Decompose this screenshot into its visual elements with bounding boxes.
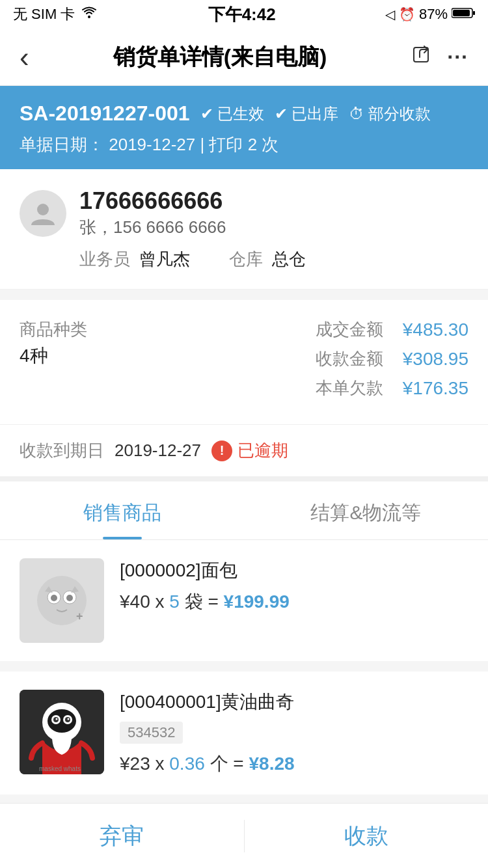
salesperson-info: 业务员 曾凡杰 — [79, 248, 190, 271]
product-thumb-cookie: masked whats — [20, 690, 104, 774]
svg-text:masked whats: masked whats — [39, 765, 81, 772]
product-price-bread: ¥40 x 5 袋 = ¥199.99 — [120, 590, 468, 614]
status-active: ✔ 已生效 — [200, 103, 264, 124]
due-date-value: 2019-12-27 — [115, 441, 201, 461]
customer-name: 张，156 6666 6666 — [79, 216, 226, 239]
battery-percentage: 87% — [419, 6, 448, 23]
confirm-button[interactable]: 收款 — [245, 808, 489, 864]
overdue-badge: ! 已逾期 — [211, 439, 288, 462]
deal-amount-value: ¥485.30 — [403, 319, 468, 340]
order-header: SA-20191227-001 ✔ 已生效 ✔ 已出库 ⏱ 部分收款 单据日期：… — [0, 86, 488, 169]
svg-point-20 — [68, 718, 70, 720]
received-amount-label: 收款金额 — [316, 347, 383, 370]
svg-point-5 — [37, 204, 49, 215]
back-button[interactable]: ‹ — [20, 41, 29, 74]
share-icon[interactable] — [411, 44, 431, 70]
page-title: 销货单详情(来自电脑) — [113, 42, 327, 72]
status-out: ✔ 已出库 — [275, 103, 338, 124]
battery-icon — [452, 6, 475, 23]
order-date-row: 单据日期： 2019-12-27 | 打印 2 次 — [20, 133, 468, 156]
status-bar: 无 SIM 卡 下午4:42 ◁ ⏰ 87% — [0, 0, 488, 29]
status-time: 下午4:42 — [208, 3, 276, 26]
product-sku-cookie: 534532 — [120, 722, 183, 744]
product-price-cookie: ¥23 x 0.36 个 = ¥8.28 — [120, 752, 468, 776]
svg-rect-2 — [473, 11, 475, 15]
order-id: SA-20191227-001 — [20, 102, 190, 126]
alarm-icon: ⏰ — [399, 7, 415, 22]
product-thumb-bread: + — [20, 558, 104, 643]
list-item: + [0000002]面包 ¥40 x 5 袋 = ¥199.99 — [0, 540, 488, 661]
status-left: 无 SIM 卡 — [13, 5, 98, 24]
product-info-bread: [0000002]面包 ¥40 x 5 袋 = ¥199.99 — [120, 558, 468, 614]
nav-actions: ··· — [411, 44, 468, 70]
warehouse-info: 仓库 总仓 — [229, 248, 306, 271]
status-partial: ⏱ 部分收款 — [349, 103, 431, 124]
due-date-label: 收款到期日 — [20, 439, 104, 462]
svg-rect-3 — [453, 10, 470, 16]
svg-point-9 — [51, 595, 57, 601]
svg-point-10 — [66, 595, 73, 601]
category-value: 4种 — [20, 344, 87, 368]
svg-point-19 — [56, 718, 58, 720]
product-list: + [0000002]面包 ¥40 x 5 袋 = ¥199.99 — [0, 540, 488, 794]
debt-amount-label: 本单欠款 — [316, 377, 383, 400]
sim-status: 无 SIM 卡 — [13, 5, 75, 24]
overdue-icon: ! — [211, 441, 232, 461]
more-icon[interactable]: ··· — [447, 45, 468, 69]
bottom-bar: 弃审 收款 — [0, 803, 488, 868]
product-name-cookie: [000400001]黄油曲奇 — [120, 690, 468, 714]
check-active-icon: ✔ — [200, 105, 213, 123]
deal-amount-label: 成交金额 — [316, 318, 383, 341]
location-icon: ◁ — [385, 7, 395, 22]
product-tabs: 销售商品 结算&物流等 — [0, 481, 488, 540]
debt-amount-value: ¥176.35 — [403, 378, 468, 399]
amount-summary: 成交金额 ¥485.30 收款金额 ¥308.95 本单欠款 ¥176.35 — [316, 318, 468, 406]
customer-section: 17666666666 张，156 6666 6666 业务员 曾凡杰 仓库 总… — [0, 169, 488, 290]
nav-bar: ‹ 销货单详情(来自电脑) ··· — [0, 29, 488, 86]
check-out-icon: ✔ — [275, 105, 288, 123]
svg-point-0 — [88, 16, 90, 18]
status-right: ◁ ⏰ 87% — [385, 6, 475, 23]
overdue-text: 已逾期 — [237, 439, 288, 462]
svg-text:+: + — [76, 610, 83, 623]
summary-section: 商品种类 4种 成交金额 ¥485.30 收款金额 ¥308.95 本单欠款 ¥… — [0, 300, 488, 425]
customer-phone: 17666666666 — [79, 187, 226, 215]
due-date-section: 收款到期日 2019-12-27 ! 已逾期 — [0, 425, 488, 481]
list-item: masked whats [000400001]黄油曲奇 534532 ¥23 … — [0, 671, 488, 794]
clock-icon: ⏱ — [349, 105, 364, 123]
cancel-button[interactable]: 弃审 — [0, 808, 244, 864]
received-amount-value: ¥308.95 — [403, 349, 468, 370]
category-label: 商品种类 — [20, 318, 87, 341]
product-name-bread: [0000002]面包 — [120, 558, 468, 583]
avatar — [20, 190, 66, 237]
tab-settlement[interactable]: 结算&物流等 — [244, 481, 488, 539]
product-info-cookie: [000400001]黄油曲奇 534532 ¥23 x 0.36 个 = ¥8… — [120, 690, 468, 776]
wifi-icon — [80, 6, 98, 23]
tab-sales-products[interactable]: 销售商品 — [0, 481, 244, 539]
